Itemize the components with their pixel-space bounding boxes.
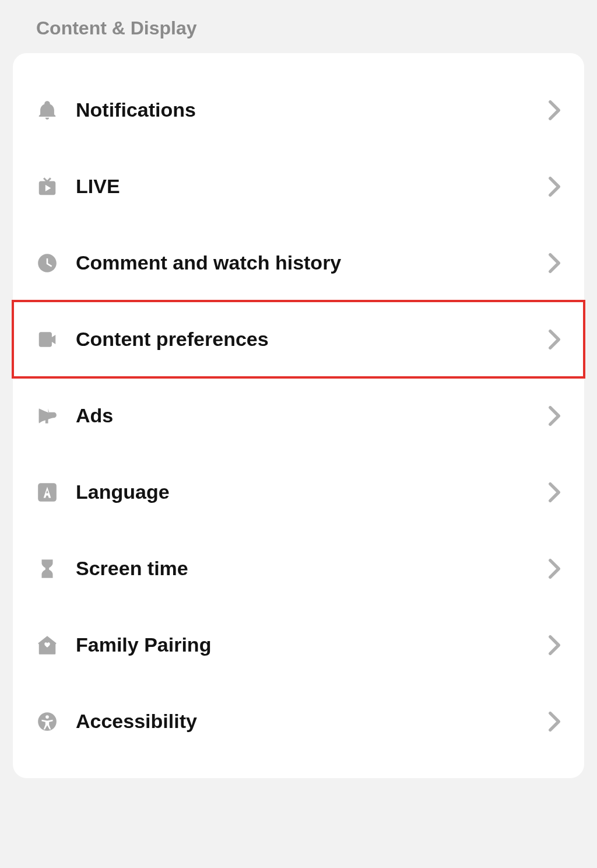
chevron-right-icon <box>548 635 561 656</box>
megaphone-icon <box>36 405 58 427</box>
section-header: Content & Display <box>13 18 584 53</box>
chevron-right-icon <box>548 405 561 426</box>
menu-item-label: Language <box>76 481 548 503</box>
menu-item-label: Comment and watch history <box>76 251 548 274</box>
menu-item-comment-history[interactable]: Comment and watch history <box>13 225 584 301</box>
chevron-right-icon <box>548 176 561 197</box>
home-heart-icon <box>36 634 58 656</box>
bell-icon <box>36 99 58 121</box>
menu-item-accessibility[interactable]: Accessibility <box>13 683 584 760</box>
chevron-right-icon <box>548 711 561 732</box>
settings-panel: NotificationsLIVEComment and watch histo… <box>13 53 584 778</box>
clock-icon <box>36 252 58 274</box>
chevron-right-icon <box>548 100 561 121</box>
menu-item-content-preferences[interactable]: Content preferences <box>13 301 584 377</box>
menu-item-family-pairing[interactable]: Family Pairing <box>13 607 584 683</box>
menu-item-label: Accessibility <box>76 710 548 733</box>
hourglass-icon <box>36 558 58 580</box>
chevron-right-icon <box>548 329 561 350</box>
menu-item-live[interactable]: LIVE <box>13 148 584 225</box>
menu-item-label: Notifications <box>76 99 548 121</box>
accessibility-icon <box>36 710 58 733</box>
menu-item-label: Screen time <box>76 557 548 580</box>
menu-item-notifications[interactable]: Notifications <box>13 72 584 148</box>
letter-a-icon <box>36 481 58 503</box>
chevron-right-icon <box>548 253 561 274</box>
tv-icon <box>36 176 58 198</box>
menu-item-language[interactable]: Language <box>13 454 584 530</box>
menu-item-label: Ads <box>76 404 548 427</box>
chevron-right-icon <box>548 558 561 579</box>
menu-item-label: Content preferences <box>76 328 548 351</box>
chevron-right-icon <box>548 482 561 503</box>
menu-item-label: Family Pairing <box>76 634 548 656</box>
video-icon <box>36 328 58 351</box>
menu-item-label: LIVE <box>76 175 548 198</box>
menu-item-screen-time[interactable]: Screen time <box>13 530 584 607</box>
menu-item-ads[interactable]: Ads <box>13 377 584 454</box>
